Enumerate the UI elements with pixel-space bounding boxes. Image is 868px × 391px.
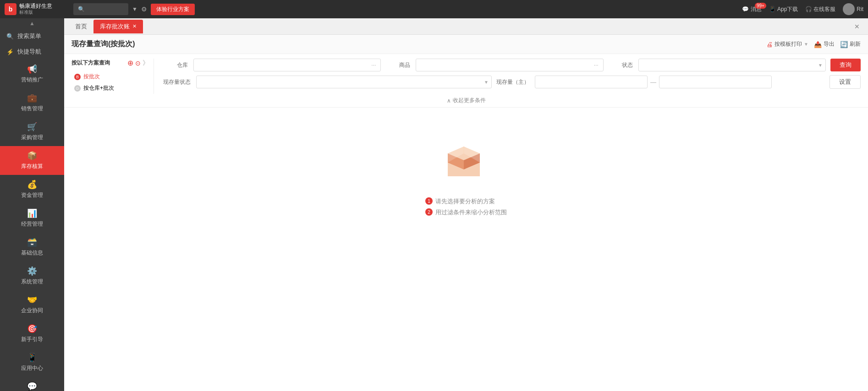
base-label: 基础信息 (21, 249, 43, 257)
stock-qty-min-box[interactable] (535, 76, 648, 88)
message-link[interactable]: 💬 消息 99+ (742, 5, 762, 13)
sidebar-item-quicknav[interactable]: ⚡ 快捷导航 (0, 44, 64, 60)
apps-icon: 📱 (27, 353, 37, 363)
tip-num-1: 1 (425, 197, 433, 205)
stock-qty-min-input[interactable] (538, 79, 644, 85)
status-select[interactable]: ▼ (638, 59, 826, 71)
edition-label: 标准版 (19, 9, 52, 16)
sidebar-item-sales[interactable]: 💼 销售管理 (0, 88, 64, 117)
query-button[interactable]: 查询 (830, 59, 861, 71)
online-service-label: 在线客服 (813, 5, 835, 13)
stock-status-select[interactable]: ▼ (196, 76, 492, 88)
print-label: 按模板打印 (775, 40, 802, 48)
collapse-more-btn[interactable]: ∧ 收起更多条件 (64, 94, 868, 108)
box-illustration (443, 144, 484, 181)
stock-qty-field: 现存量（主） — (496, 76, 825, 88)
content-area: 首页 库存批次账 ✕ ✕ 现存量查询(按批次) 🖨 按模板打印 ▼ (64, 18, 868, 391)
sidebar-scroll-up[interactable]: ▲ (0, 18, 64, 28)
filter-row-2: 现存量状态 ▼ 现存量（主） — (163, 75, 861, 89)
message-icon: 💬 (742, 6, 749, 12)
newbie-icon: 🎯 (27, 324, 37, 334)
goods-input[interactable] (419, 62, 592, 68)
sidebar-item-apps[interactable]: 📱 应用中心 (0, 348, 64, 377)
sidebar-item-wechat[interactable]: 💬 企业微信 (0, 377, 64, 391)
status-caret-icon: ▼ (818, 63, 823, 68)
header-dropdown-icon[interactable]: ▼ (132, 6, 137, 12)
solution-header: 按以下方案查询 ⊕ ⊙ 》 (71, 59, 149, 67)
page-header: 现存量查询(按批次) 🖨 按模板打印 ▼ 📤 导出 🔄 刷新 (64, 35, 868, 54)
filter-row-1: 仓库 ··· 商品 ··· (163, 59, 861, 71)
add-solution-icon[interactable]: ⊕ (127, 59, 133, 67)
status-label: 状态 (608, 61, 636, 69)
filter-right-area: 仓库 ··· 商品 ··· (163, 59, 861, 94)
tip-text-1: 请先选择要分析的方案 (435, 197, 495, 206)
header-middle: 🔍 ▼ ⚙ 体验行业方案 (69, 3, 742, 15)
refresh-btn[interactable]: 🔄 刷新 (840, 40, 861, 48)
sidebar-item-purchase[interactable]: 🛒 采购管理 (0, 117, 64, 146)
sidebar: ▲ 🔍 搜索菜单 ⚡ 快捷导航 📢 营销推广 💼 销售管理 🛒 采购管理 📦 库… (0, 18, 64, 391)
sidebar-item-search[interactable]: 🔍 搜索菜单 (0, 28, 64, 44)
solution-panel: 按以下方案查询 ⊕ ⊙ 》 B 按批次 ⊙ 按仓库+批次 (71, 59, 154, 94)
app-download-link[interactable]: 📱 App下载 (769, 5, 798, 13)
sidebar-item-base[interactable]: 🗃️ 基础信息 (0, 233, 64, 261)
goods-more-btn[interactable]: ··· (592, 62, 600, 68)
tip-text-2: 用过滤条件来缩小分析范围 (435, 208, 507, 217)
finance-label: 资金管理 (21, 191, 43, 199)
sidebar-item-inventory[interactable]: 📦 库存核算 (0, 146, 64, 175)
setting-button[interactable]: 设置 (830, 75, 861, 89)
system-icon: ⚙️ (27, 266, 37, 276)
inventory-icon: 📦 (27, 151, 37, 161)
print-template-btn[interactable]: 🖨 按模板打印 ▼ (766, 40, 808, 48)
stock-status-label: 现存量状态 (163, 78, 193, 86)
sidebar-item-collab[interactable]: 🤝 企业协同 (0, 290, 64, 319)
warehouse-field: 仓库 ··· (163, 59, 381, 71)
header-settings-icon[interactable]: ⚙ (141, 5, 147, 13)
industry-solution-button[interactable]: 体验行业方案 (151, 4, 195, 15)
print-icon: 🖨 (766, 41, 773, 48)
stock-qty-max-box[interactable] (659, 76, 772, 88)
tab-close-icon[interactable]: ✕ (132, 23, 137, 29)
phone-icon: 📱 (769, 6, 776, 12)
company-name: 畅康通好生意 (19, 3, 52, 9)
solution-item-by-batch[interactable]: B 按批次 (71, 71, 149, 82)
inventory-label: 库存核算 (21, 163, 43, 170)
user-area[interactable]: Rit (843, 3, 863, 15)
header-right: 💬 消息 99+ 📱 App下载 🎧 在线客服 Rit (742, 3, 863, 15)
tab-inventory-batch[interactable]: 库存批次账 ✕ (93, 20, 143, 33)
stock-qty-max-input[interactable] (662, 79, 769, 85)
header-search-bar[interactable]: 🔍 (73, 3, 128, 15)
home-tab-label: 首页 (75, 22, 87, 31)
solution-warehouse-batch-label: 按仓库+批次 (83, 84, 114, 92)
solution-collapse-icon[interactable]: 》 (143, 59, 149, 67)
sidebar-search-label: 搜索菜单 (17, 32, 41, 40)
quicknav-icon: ⚡ (6, 49, 14, 55)
search-menu-icon: 🔍 (6, 33, 14, 40)
manage-solution-icon[interactable]: ⊙ (135, 60, 141, 67)
user-avatar (843, 3, 855, 15)
sidebar-item-marketing[interactable]: 📢 营销推广 (0, 60, 64, 88)
apps-label: 应用中心 (21, 364, 43, 372)
warehouse-input-box[interactable]: ··· (193, 59, 381, 71)
status-field: 状态 ▼ (608, 59, 826, 71)
sidebar-item-finance[interactable]: 💰 资金管理 (0, 175, 64, 204)
solution-item-by-warehouse-batch[interactable]: ⊙ 按仓库+批次 (71, 82, 149, 94)
panel-close-button[interactable]: ✕ (851, 23, 863, 30)
username-label: Rit (857, 6, 863, 12)
finance-icon: 💰 (27, 179, 37, 190)
sidebar-item-newbie[interactable]: 🎯 新手引导 (0, 319, 64, 348)
goods-input-box[interactable]: ··· (416, 59, 603, 71)
goods-field: 商品 ··· (385, 59, 603, 71)
warehouse-input[interactable] (197, 62, 369, 68)
stock-status-caret: ▼ (484, 80, 489, 85)
sidebar-item-operation[interactable]: 📊 经营管理 (0, 204, 64, 233)
online-service-link[interactable]: 🎧 在线客服 (805, 5, 835, 13)
sidebar-item-system[interactable]: ⚙️ 系统管理 (0, 261, 64, 290)
tab-home[interactable]: 首页 (69, 20, 93, 33)
app-logo-icon: b (5, 3, 16, 15)
top-header: b 畅康通好生意 标准版 🔍 ▼ ⚙ 体验行业方案 💬 消息 99+ 📱 App… (0, 0, 868, 18)
collapse-label: 收起更多条件 (453, 97, 486, 104)
export-btn[interactable]: 📤 导出 (814, 40, 835, 48)
warehouse-more-btn[interactable]: ··· (369, 62, 378, 68)
tip-num-2: 2 (425, 208, 433, 216)
sidebar-quicknav-label: 快捷导航 (17, 48, 41, 56)
